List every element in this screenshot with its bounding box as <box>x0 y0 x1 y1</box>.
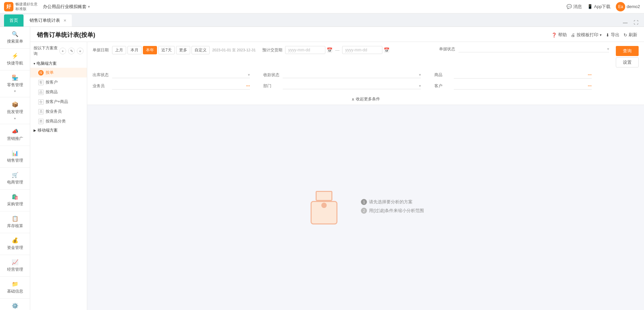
sidebar-item-sales[interactable]: 📊 销售管理 <box>0 146 30 168</box>
sidebar-item-purchase[interactable]: 🛍️ 采购管理 <box>0 190 30 211</box>
app-logo[interactable]: 好 畅捷通好生意 标准版 <box>4 2 38 11</box>
empty-hint-item-1: 1 请先选择要分析的方案 <box>361 199 424 205</box>
page-actions: ❓ 帮助 🖨 按模板打印 ▾ ⬇ 导出 ↻ 刷新 <box>551 32 637 38</box>
date-range-dash: — <box>335 48 339 53</box>
tab-sales-order-stat[interactable]: 销售订单统计表 ✕ <box>24 14 72 27</box>
date-btn-more[interactable]: 更多 <box>176 46 190 54</box>
date-btn-this-year[interactable]: 本年 <box>143 46 157 54</box>
window-minimize-btn[interactable]: — <box>621 18 629 27</box>
scheme-item-by-order[interactable]: 按 按单 <box>30 68 87 78</box>
message-icon: 💬 <box>567 4 572 9</box>
out-status-label: 出库状态 <box>93 72 109 78</box>
scheme-item-by-category[interactable]: 类 按商品分类 <box>30 116 87 126</box>
quick-nav-icon: ⚡ <box>12 53 18 59</box>
sidebar-item-search[interactable]: 🔍 搜索菜单 <box>0 27 30 49</box>
date-btn-7days[interactable]: 近7天 <box>158 46 175 54</box>
scheme-section-pc[interactable]: ▾ 电脑端方案 <box>30 59 87 68</box>
export-btn[interactable]: ⬇ 导出 <box>606 32 620 38</box>
status-select-wrap: ▾ <box>459 46 609 52</box>
tab-home[interactable]: 首页 <box>4 14 23 27</box>
basic-info-icon: 📁 <box>12 281 18 287</box>
scheme-panel-icons: + ✎ « <box>59 48 84 54</box>
calendar-end-icon[interactable]: 📅 <box>384 47 389 53</box>
customer-select: ··· <box>454 83 592 90</box>
sidebar: 🔍 搜索菜单 ⚡ 快捷导航 🏪 零售管理 ▾ 📦 批发管理 ▴ 📣 营销推广 📊… <box>0 27 30 310</box>
ecommerce-icon: 🛒 <box>12 172 18 178</box>
print-icon: 🖨 <box>571 33 575 38</box>
results-area: 1 请先选择要分析的方案 2 用[过滤]条件来缩小分析范围 <box>87 105 644 310</box>
finance-icon: 💰 <box>12 237 18 244</box>
main-layout: 🔍 搜索菜单 ⚡ 快捷导航 🏪 零售管理 ▾ 📦 批发管理 ▴ 📣 营销推广 📊… <box>0 27 644 310</box>
window-maximize-btn[interactable]: ⛶ <box>632 18 640 27</box>
export-icon: ⬇ <box>606 33 609 38</box>
filter-row-3: 业务员 ··· 部门 ▾ <box>93 83 639 90</box>
sidebar-item-quick-nav[interactable]: ⚡ 快捷导航 <box>0 49 30 70</box>
sidebar-item-wholesale[interactable]: 📦 批发管理 ▴ <box>0 97 30 124</box>
date-btn-last-month[interactable]: 上月 <box>112 46 126 54</box>
messages-btn[interactable]: 💬 消息 <box>567 4 582 10</box>
receipt-status-select: ▾ <box>283 72 421 78</box>
sidebar-item-inventory[interactable]: 📋 库存核算 <box>0 211 30 233</box>
sales-icon: 📊 <box>12 150 18 156</box>
customer-ellipsis-btn[interactable]: ··· <box>588 83 592 89</box>
salesperson-ellipsis-btn[interactable]: ··· <box>246 83 250 89</box>
sidebar-item-basic-info[interactable]: 📁 基础信息 <box>0 277 30 299</box>
sidebar-item-retail[interactable]: 🏪 零售管理 ▾ <box>0 70 30 97</box>
scheme-collapse-btn[interactable]: « <box>77 48 84 54</box>
date-btn-custom[interactable]: 自定义 <box>192 46 210 54</box>
search-icon: 🔍 <box>12 31 18 37</box>
filter-row-1: 单据日期 上月 本月 本年 近7天 更多 自定义 2023-01-01 至 20… <box>93 46 639 67</box>
logo-text: 畅捷通好生意 标准版 <box>15 2 38 11</box>
scheme-item-by-product[interactable]: 品 按商品 <box>30 87 87 97</box>
filter-row-2: 出库状态 ▾ 收款状态 ▾ <box>93 71 639 79</box>
scheme-add-btn[interactable]: + <box>59 48 66 54</box>
expected-date-end-input[interactable] <box>342 46 382 54</box>
scheme-item-by-salesperson[interactable]: 员 按业务员 <box>30 107 87 116</box>
goods-ellipsis-btn[interactable]: ··· <box>588 72 592 78</box>
query-button[interactable]: 查询 <box>616 46 639 56</box>
scheme-item-icon-customer: 客 <box>38 80 44 85</box>
print-btn[interactable]: 🖨 按模板打印 ▾ <box>571 32 602 38</box>
tab-bar: 首页 销售订单统计表 ✕ — ⛶ <box>0 13 644 27</box>
page-header: 销售订单统计表(按单) ❓ 帮助 🖨 按模板打印 ▾ ⬇ 导出 ↻ 刷新 <box>30 27 644 42</box>
scheme-item-icon-product: 品 <box>38 90 44 95</box>
empty-state: 1 请先选择要分析的方案 2 用[过滤]条件来缩小分析范围 <box>307 191 424 224</box>
filter-section: 单据日期 上月 本月 本年 近7天 更多 自定义 2023-01-01 至 20… <box>87 42 644 105</box>
settings-button[interactable]: 设置 <box>616 57 639 67</box>
scheme-item-by-cust-prod[interactable]: 合 按客户+商品 <box>30 97 87 107</box>
content-area: 销售订单统计表(按单) ❓ 帮助 🖨 按模板打印 ▾ ⬇ 导出 ↻ 刷新 <box>30 27 644 310</box>
operation-icon: 📈 <box>12 259 18 265</box>
user-profile[interactable]: Ea demo2 <box>616 2 640 11</box>
help-btn[interactable]: ❓ 帮助 <box>551 32 567 38</box>
date-btn-this-month[interactable]: 本月 <box>127 46 142 54</box>
status-filter-label: 单据状态 <box>439 46 456 52</box>
top-bar: 好 畅捷通好生意 标准版 办公用品行业模拟账套 ▾ 💬 消息 📱 App下载 E… <box>0 0 644 13</box>
expected-date-start-input[interactable] <box>285 46 325 54</box>
collapse-bar[interactable]: ∧ 收起更多条件 <box>93 94 639 105</box>
refresh-icon: ↻ <box>624 33 627 38</box>
status-dropdown-arrow[interactable]: ▾ <box>607 47 609 51</box>
sidebar-item-finance[interactable]: 💰 资金管理 <box>0 233 30 255</box>
refresh-btn[interactable]: ↻ 刷新 <box>624 32 637 38</box>
filter-results: 单据日期 上月 本月 本年 近7天 更多 自定义 2023-01-01 至 20… <box>87 42 644 310</box>
scheme-item-by-customer[interactable]: 客 按客户 <box>30 78 87 87</box>
tab-close-icon[interactable]: ✕ <box>63 18 66 23</box>
calendar-start-icon[interactable]: 📅 <box>327 47 332 53</box>
inventory-icon: 📋 <box>12 215 18 222</box>
goods-label: 商品 <box>434 72 451 78</box>
sidebar-item-marketing[interactable]: 📣 营销推广 <box>0 124 30 146</box>
sidebar-item-ecommerce[interactable]: 🛒 电商管理 <box>0 168 30 190</box>
sidebar-item-operation[interactable]: 📈 经营管理 <box>0 255 30 277</box>
scheme-edit-btn[interactable]: ✎ <box>68 48 75 54</box>
date-filter-label: 单据日期 <box>93 47 109 53</box>
scheme-section-mobile[interactable]: ▶ 移动端方案 <box>30 126 87 135</box>
scheme-item-icon-salesperson: 员 <box>38 109 44 114</box>
download-icon: 📱 <box>587 4 593 9</box>
top-bar-right: 💬 消息 📱 App下载 Ea demo2 <box>567 2 640 11</box>
app-download-btn[interactable]: 📱 App下载 <box>587 4 610 10</box>
top-bar-title: 办公用品行业模拟账套 ▾ <box>43 4 567 10</box>
expected-date-start-wrap: 📅 <box>285 46 332 54</box>
scheme-item-icon-cust-prod: 合 <box>38 99 44 105</box>
dropdown-arrow-icon[interactable]: ▾ <box>88 4 90 9</box>
sidebar-item-system[interactable]: ⚙️ 系统管理 <box>0 299 30 310</box>
